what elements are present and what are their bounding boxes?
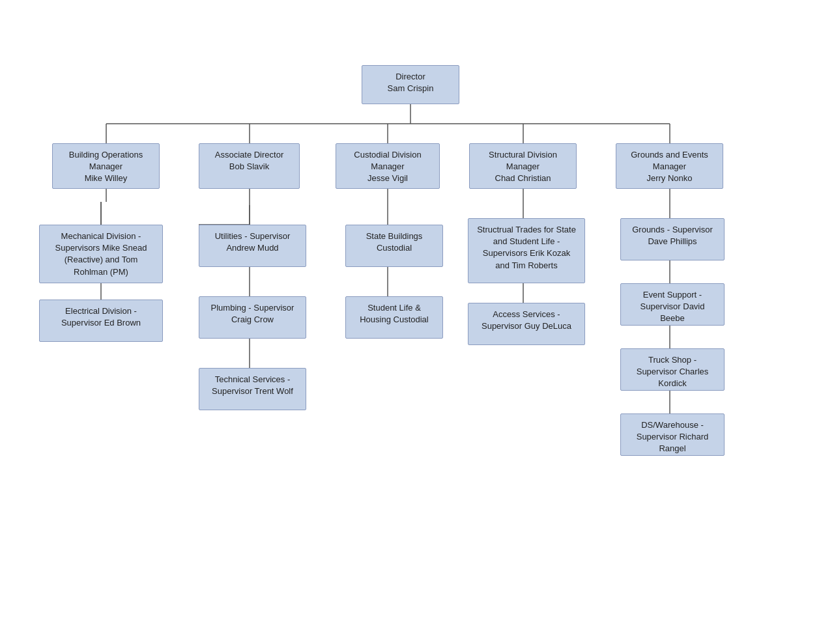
node-building-ops-label: Building Operations ManagerMike Willey: [69, 150, 143, 183]
node-access-services: Access Services - Supervisor Guy DeLuca: [468, 303, 585, 345]
node-electrical-label: Electrical Division - Supervisor Ed Brow…: [61, 306, 141, 328]
node-electrical: Electrical Division - Supervisor Ed Brow…: [39, 300, 163, 342]
node-building-ops: Building Operations ManagerMike Willey: [52, 143, 160, 189]
node-custodial-mgr-label: Custodial Division ManagerJesse Vigil: [354, 150, 421, 183]
node-event-support: Event Support - Supervisor David Beebe: [620, 283, 725, 326]
node-student-life: Student Life & Housing Custodial: [345, 296, 443, 339]
node-structural-mgr-label: Structural Division ManagerChad Christia…: [489, 150, 557, 183]
node-director-label: DirectorSam Crispin: [388, 72, 434, 93]
node-mechanical: Mechanical Division - Supervisors Mike S…: [39, 225, 163, 283]
node-event-support-label: Event Support - Supervisor David Beebe: [640, 290, 705, 323]
node-utilities: Utilities - Supervisor Andrew Mudd: [199, 225, 306, 267]
node-access-services-label: Access Services - Supervisor Guy DeLuca: [482, 309, 571, 331]
node-student-life-label: Student Life & Housing Custodial: [360, 303, 429, 324]
node-plumbing-label: Plumbing - Supervisor Craig Crow: [211, 303, 295, 324]
node-structural-trades: Structrual Trades for State and Student …: [468, 218, 585, 283]
node-custodial-mgr: Custodial Division ManagerJesse Vigil: [336, 143, 440, 189]
node-grounds-mgr-label: Grounds and Events ManagerJerry Nonko: [631, 150, 708, 183]
node-state-buildings-label: State Buildings Custodial: [366, 231, 423, 253]
node-state-buildings: State Buildings Custodial: [345, 225, 443, 267]
node-ds-warehouse: DS/Warehouse - Supervisor Richard Rangel: [620, 413, 725, 456]
node-grounds-mgr: Grounds and Events ManagerJerry Nonko: [616, 143, 723, 189]
node-truck-shop: Truck Shop - Supervisor Charles Kordick: [620, 348, 725, 391]
org-chart: DirectorSam Crispin Building Operations …: [0, 0, 834, 52]
node-tech-services-label: Technical Services - Supervisor Trent Wo…: [212, 374, 293, 396]
node-tech-services: Technical Services - Supervisor Trent Wo…: [199, 368, 306, 410]
node-structural-trades-label: Structrual Trades for State and Student …: [477, 225, 576, 270]
node-truck-shop-label: Truck Shop - Supervisor Charles Kordick: [637, 355, 709, 388]
node-grounds-sup-label: Grounds - Supervisor Dave Phillips: [632, 225, 713, 246]
node-plumbing: Plumbing - Supervisor Craig Crow: [199, 296, 306, 339]
node-assoc-director-label: Associate DirectorBob Slavik: [215, 150, 283, 171]
node-utilities-label: Utilities - Supervisor Andrew Mudd: [215, 231, 291, 253]
node-director: DirectorSam Crispin: [362, 65, 459, 104]
node-assoc-director: Associate DirectorBob Slavik: [199, 143, 300, 189]
node-ds-warehouse-label: DS/Warehouse - Supervisor Richard Rangel: [637, 420, 709, 453]
node-mechanical-label: Mechanical Division - Supervisors Mike S…: [55, 231, 147, 277]
node-grounds-sup: Grounds - Supervisor Dave Phillips: [620, 218, 725, 260]
node-structural-mgr: Structural Division ManagerChad Christia…: [469, 143, 577, 189]
